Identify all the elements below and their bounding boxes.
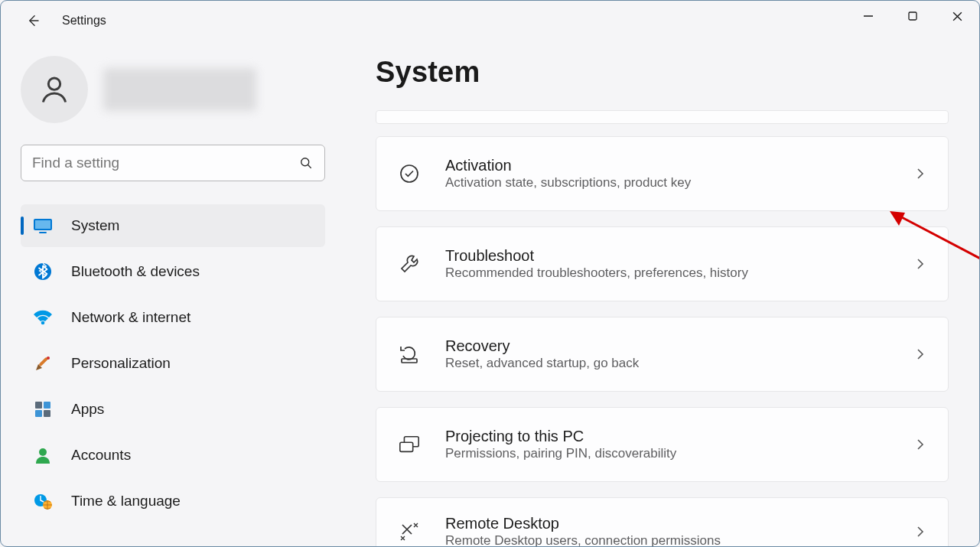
previous-card-peek[interactable] [376, 110, 949, 124]
nav-personalization[interactable]: Personalization [21, 342, 325, 385]
nav-system[interactable]: System [21, 204, 325, 247]
svg-point-13 [47, 357, 50, 360]
nav-bluetooth[interactable]: Bluetooth & devices [21, 250, 325, 293]
projecting-icon [398, 433, 421, 456]
apps-icon [33, 399, 53, 419]
nav-label: Bluetooth & devices [71, 263, 200, 280]
svg-point-21 [401, 165, 418, 182]
wifi-icon [33, 308, 53, 327]
card-projecting[interactable]: Projecting to this PC Permissions, pairi… [376, 407, 949, 482]
nav-label: Personalization [71, 355, 171, 372]
user-name-redacted [103, 68, 256, 111]
sidebar: System Bluetooth & devices Network & int… [1, 41, 353, 546]
svg-point-11 [41, 321, 45, 325]
card-title: Troubleshoot [445, 247, 914, 265]
svg-rect-8 [35, 220, 50, 229]
back-button[interactable] [24, 11, 42, 30]
svg-point-5 [301, 158, 309, 166]
svg-rect-9 [39, 232, 47, 233]
nav-label: Apps [71, 401, 104, 418]
search-input[interactable] [32, 155, 298, 171]
recovery-icon [398, 343, 421, 366]
chevron-right-icon [914, 168, 926, 180]
card-title: Projecting to this PC [445, 428, 914, 445]
card-subtitle: Reset, advanced startup, go back [445, 356, 914, 371]
system-icon [33, 216, 53, 236]
svg-rect-1 [909, 12, 917, 20]
nav-label: Accounts [71, 447, 131, 464]
svg-marker-26 [890, 211, 905, 226]
bluetooth-icon [33, 262, 53, 282]
remote-desktop-icon [398, 520, 421, 543]
card-subtitle: Permissions, pairing PIN, discoverabilit… [445, 446, 914, 461]
svg-rect-16 [35, 410, 42, 417]
app-title: Settings [62, 14, 106, 28]
wrench-icon [398, 252, 421, 275]
person-icon [33, 445, 53, 465]
avatar [21, 56, 88, 123]
nav-label: Network & internet [71, 309, 190, 326]
card-subtitle: Recommended troubleshooters, preferences… [445, 265, 914, 281]
paintbrush-icon [33, 353, 53, 373]
nav-accounts[interactable]: Accounts [21, 434, 325, 477]
card-title: Recovery [445, 337, 914, 355]
user-tile[interactable] [21, 56, 333, 123]
svg-point-4 [48, 78, 60, 90]
main-content: System Activation Activation state, subs… [353, 41, 979, 546]
nav-time-language[interactable]: Time & language [21, 480, 325, 523]
card-subtitle: Activation state, subscriptions, product… [445, 175, 914, 190]
nav-apps[interactable]: Apps [21, 388, 325, 431]
card-troubleshoot[interactable]: Troubleshoot Recommended troubleshooters… [376, 226, 949, 301]
svg-line-6 [308, 165, 311, 168]
card-title: Activation [445, 157, 914, 174]
card-title: Remote Desktop [445, 515, 914, 532]
page-title: System [376, 56, 949, 89]
chevron-right-icon [914, 438, 926, 451]
svg-rect-14 [35, 402, 42, 409]
window-minimize-button[interactable] [846, 1, 890, 31]
svg-rect-22 [402, 359, 417, 363]
card-remote-desktop[interactable]: Remote Desktop Remote Desktop users, con… [376, 497, 949, 547]
svg-rect-15 [44, 402, 50, 409]
search-icon [298, 155, 314, 171]
clock-globe-icon [33, 491, 53, 511]
nav-network[interactable]: Network & internet [21, 296, 325, 339]
svg-rect-24 [400, 442, 413, 451]
chevron-right-icon [914, 348, 926, 360]
search-input-container[interactable] [21, 145, 325, 181]
card-recovery[interactable]: Recovery Reset, advanced startup, go bac… [376, 317, 949, 392]
window-close-button[interactable] [935, 1, 979, 31]
nav-label: System [71, 217, 119, 234]
card-subtitle: Remote Desktop users, connection permiss… [445, 533, 914, 547]
card-activation[interactable]: Activation Activation state, subscriptio… [376, 136, 949, 211]
chevron-right-icon [914, 526, 926, 538]
window-maximize-button[interactable] [890, 1, 935, 31]
nav-label: Time & language [71, 493, 181, 510]
chevron-right-icon [914, 258, 926, 270]
svg-rect-17 [44, 410, 50, 417]
checkmark-circle-icon [398, 162, 421, 185]
svg-point-18 [39, 448, 47, 456]
